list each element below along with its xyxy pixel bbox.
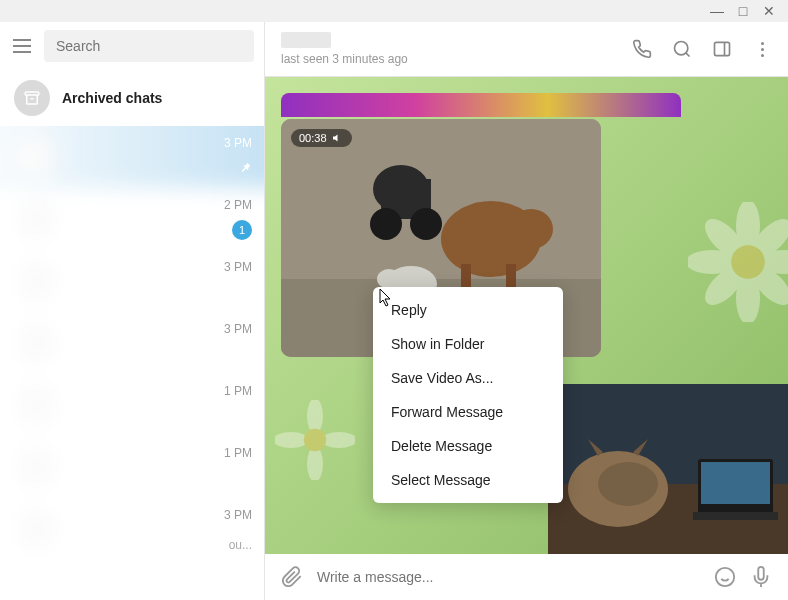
message-media[interactable] (281, 93, 681, 117)
call-icon[interactable] (632, 39, 652, 59)
archived-chats-label: Archived chats (62, 90, 162, 106)
context-menu-select[interactable]: Select Message (373, 463, 563, 497)
chat-header: last seen 3 minutes ago (265, 22, 788, 77)
hamburger-menu-icon[interactable] (10, 34, 34, 58)
search-input[interactable] (44, 30, 254, 62)
avatar (12, 259, 56, 303)
chat-time: 1 PM (224, 446, 252, 460)
minimize-button[interactable]: — (710, 4, 724, 18)
more-options-icon[interactable] (752, 39, 772, 59)
svg-point-15 (675, 42, 688, 55)
pinned-icon (238, 161, 252, 178)
chat-status: last seen 3 minutes ago (281, 52, 632, 66)
chat-list-item[interactable]: 3 PM (0, 126, 264, 188)
svg-rect-16 (715, 42, 730, 55)
context-menu-forward[interactable]: Forward Message (373, 395, 563, 429)
search-icon[interactable] (672, 39, 692, 59)
context-menu-reply[interactable]: Reply (373, 293, 563, 327)
chat-time: 3 PM (224, 136, 252, 150)
unread-badge: 1 (232, 220, 252, 240)
archived-chats-row[interactable]: Archived chats (0, 70, 264, 126)
context-menu-show-in-folder[interactable]: Show in Folder (373, 327, 563, 361)
svg-rect-0 (25, 92, 39, 95)
svg-point-22 (410, 208, 442, 240)
video-duration-text: 00:38 (299, 132, 327, 144)
muted-icon (332, 132, 344, 144)
svg-point-39 (716, 568, 734, 586)
chat-list-item[interactable]: 1 PM (0, 436, 264, 498)
attach-icon[interactable] (281, 566, 303, 588)
chat-time: 3 PM (224, 508, 252, 522)
video-duration-badge: 00:38 (291, 129, 352, 147)
message-composer (265, 554, 788, 600)
chat-time: 3 PM (224, 322, 252, 336)
svg-point-35 (598, 462, 658, 506)
context-menu-save-video-as[interactable]: Save Video As... (373, 361, 563, 395)
cursor-icon (379, 288, 393, 308)
avatar (12, 445, 56, 489)
chat-list: 3 PM 2 PM 1 3 PM 3 PM (0, 126, 264, 600)
chat-contact-name (281, 32, 331, 48)
chat-list-item[interactable]: 3 PM (0, 250, 264, 312)
sidebar-header (0, 22, 264, 70)
svg-point-21 (370, 208, 402, 240)
svg-point-24 (509, 209, 553, 249)
archive-icon (14, 80, 50, 116)
avatar (12, 507, 56, 551)
chat-time: 1 PM (224, 384, 252, 398)
avatar (12, 321, 56, 365)
sidebar: Archived chats 3 PM 2 PM 1 (0, 22, 265, 600)
message-input[interactable] (317, 569, 700, 585)
chat-time: 3 PM (224, 260, 252, 274)
video-message[interactable] (548, 384, 788, 554)
chat-list-item[interactable]: 1 PM (0, 374, 264, 436)
avatar (12, 197, 56, 241)
chat-preview-text: ou... (229, 538, 252, 552)
chat-list-item[interactable]: 3 PM (0, 312, 264, 374)
sidebar-panel-icon[interactable] (712, 39, 732, 59)
window-titlebar: — □ ✕ (0, 0, 788, 22)
microphone-icon[interactable] (750, 566, 772, 588)
svg-point-28 (377, 269, 401, 289)
avatar (12, 135, 56, 179)
chat-header-actions (632, 39, 772, 59)
close-button[interactable]: ✕ (762, 4, 776, 18)
context-menu-delete[interactable]: Delete Message (373, 429, 563, 463)
svg-rect-38 (693, 512, 778, 520)
chat-list-item[interactable]: 3 PM ou... (0, 498, 264, 560)
maximize-button[interactable]: □ (736, 4, 750, 18)
emoji-icon[interactable] (714, 566, 736, 588)
avatar (12, 383, 56, 427)
svg-rect-37 (701, 462, 770, 504)
chat-time: 2 PM (224, 198, 252, 212)
chat-list-item[interactable]: 2 PM 1 (0, 188, 264, 250)
chat-header-info[interactable]: last seen 3 minutes ago (281, 32, 632, 66)
context-menu: Reply Show in Folder Save Video As... Fo… (373, 287, 563, 503)
